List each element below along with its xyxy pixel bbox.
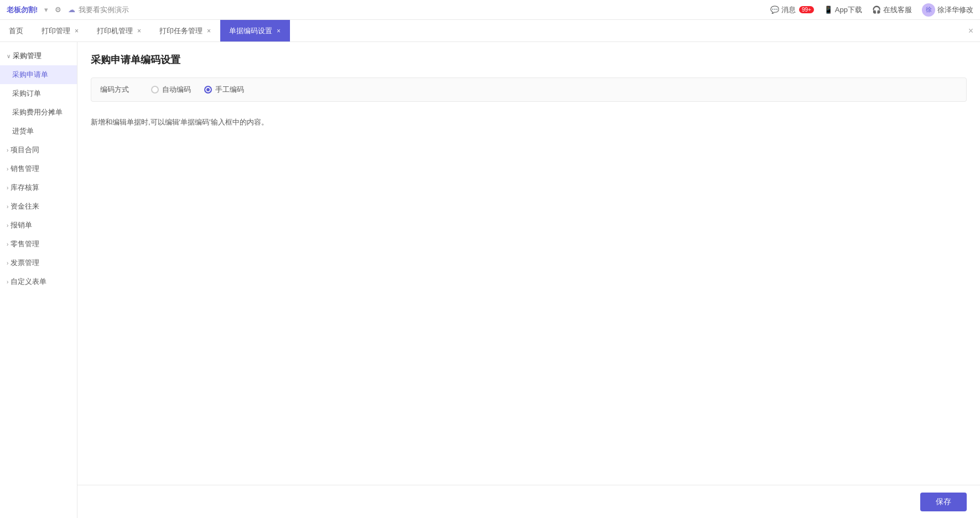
sidebar-item-purchase-request-label: 采购申请单 (12, 70, 48, 79)
tab-bar: 首页 打印管理 × 打印机管理 × 打印任务管理 × 单据编码设置 × × (0, 20, 980, 42)
tab-home-label: 首页 (9, 26, 23, 36)
sidebar-group-retail-label: 零售管理 (11, 239, 39, 249)
radio-auto-code-label: 自动编码 (162, 85, 191, 95)
page-title: 采购申请单编码设置 (91, 53, 967, 66)
top-bar-right: 💬 消息 99+ 📱 App下载 🎧 在线客服 徐 徐泽华修改 (770, 3, 973, 17)
search-text: 我要看实例演示 (79, 5, 129, 15)
tab-home[interactable]: 首页 (0, 20, 33, 42)
tab-printer-management-label: 打印机管理 (97, 26, 133, 36)
radio-group: 自动编码 手工编码 (151, 85, 244, 95)
online-support-label: 在线客服 (883, 5, 912, 15)
tab-print-task-label: 打印任务管理 (159, 26, 203, 36)
message-label: 消息 (781, 5, 796, 15)
settings-icon[interactable]: ⚙ (55, 6, 61, 14)
avatar: 徐 (922, 3, 935, 17)
sidebar-item-stock-in-label: 进货单 (12, 127, 34, 135)
sidebar-group-invoice[interactable]: › 发票管理 (0, 253, 77, 272)
radio-manual-code-label: 手工编码 (215, 85, 244, 95)
message-badge: 99+ (799, 6, 814, 13)
app-download-button[interactable]: 📱 App下载 (824, 5, 862, 15)
sidebar-group-sales-label: 销售管理 (11, 164, 39, 174)
message-button[interactable]: 💬 消息 99+ (770, 5, 814, 15)
sidebar-item-purchase-request[interactable]: 采购申请单 (0, 65, 77, 84)
tab-print-task-close[interactable]: × (207, 27, 211, 35)
chevron-right-icon: › (7, 147, 8, 153)
message-icon: 💬 (770, 6, 779, 14)
support-icon: 🎧 (872, 6, 881, 14)
content-footer: 保存 (77, 485, 980, 518)
sidebar-group-expense-report[interactable]: › 报销单 (0, 216, 77, 235)
chevron-right-icon: › (7, 241, 8, 247)
sidebar-item-stock-in[interactable]: 进货单 (0, 122, 77, 141)
sidebar-item-purchase-expense[interactable]: 采购费用分摊单 (0, 103, 77, 122)
sidebar-group-expense-label: 报销单 (11, 220, 32, 230)
search-bar[interactable]: ☁ 我要看实例演示 (68, 5, 129, 15)
user-profile-button[interactable]: 徐 徐泽华修改 (922, 3, 973, 17)
chevron-right-icon: › (7, 260, 8, 266)
app-icon: 📱 (824, 6, 833, 14)
sidebar-group-inventory[interactable]: › 库存核算 (0, 178, 77, 197)
sidebar-item-purchase-order[interactable]: 采购订单 (0, 84, 77, 103)
app-download-label: App下载 (835, 5, 862, 15)
sidebar-group-custom-forms-label: 自定义表单 (11, 277, 46, 287)
radio-auto-code-circle (151, 86, 159, 94)
sidebar-group-capital[interactable]: › 资金往来 (0, 197, 77, 216)
sidebar: ∨ 采购管理 采购申请单 采购订单 采购费用分摊单 进货单 › 项目合同 › 销… (0, 42, 77, 518)
sidebar-group-project-label: 项目合同 (11, 145, 39, 155)
radio-auto-code[interactable]: 自动编码 (151, 85, 191, 95)
sidebar-group-purchase-management[interactable]: ∨ 采购管理 (0, 46, 77, 65)
content-body: 采购申请单编码设置 编码方式 自动编码 手工编码 新增和编辑单据时,可以编辑'单… (77, 42, 980, 485)
online-support-button[interactable]: 🎧 在线客服 (872, 5, 912, 15)
sidebar-group-purchase-label: 采购管理 (13, 51, 42, 61)
top-bar: 老板勿割! ▾ ⚙ ☁ 我要看实例演示 💬 消息 99+ 📱 App下载 🎧 在… (0, 0, 980, 20)
sidebar-group-retail[interactable]: › 零售管理 (0, 235, 77, 253)
content-area: 采购申请单编码设置 编码方式 自动编码 手工编码 新增和编辑单据时,可以编辑'单… (77, 42, 980, 518)
chevron-down-icon[interactable]: ▾ (44, 6, 48, 14)
sidebar-group-invoice-label: 发票管理 (11, 258, 39, 268)
brand-label: 老板勿割! (7, 5, 38, 15)
code-setting-label: 编码方式 (100, 85, 133, 95)
info-text: 新增和编辑单据时,可以编辑'单据编码'输入框中的内容。 (91, 111, 967, 134)
sidebar-item-purchase-order-label: 采购订单 (12, 89, 41, 97)
sidebar-group-custom-forms[interactable]: › 自定义表单 (0, 272, 77, 291)
sidebar-group-inventory-label: 库存核算 (11, 183, 39, 193)
chevron-right-icon: › (7, 166, 8, 172)
user-name-label: 徐泽华修改 (937, 5, 973, 15)
sidebar-item-purchase-expense-label: 采购费用分摊单 (12, 108, 63, 116)
cloud-icon: ☁ (68, 6, 75, 14)
tab-bar-close-button[interactable]: × (962, 20, 980, 42)
code-setting-row: 编码方式 自动编码 手工编码 (91, 77, 967, 102)
tab-code-setting-label: 单据编码设置 (229, 26, 272, 36)
tab-printer-management-close[interactable]: × (137, 27, 141, 35)
tab-print-management-label: 打印管理 (42, 26, 70, 36)
tab-print-management[interactable]: 打印管理 × (33, 20, 88, 42)
chevron-right-icon: › (7, 279, 8, 285)
chevron-right-icon: › (7, 185, 8, 191)
radio-manual-code[interactable]: 手工编码 (204, 85, 244, 95)
top-bar-left: 老板勿割! ▾ ⚙ ☁ 我要看实例演示 (7, 5, 129, 15)
chevron-right-icon: › (7, 204, 8, 210)
main-layout: ∨ 采购管理 采购申请单 采购订单 采购费用分摊单 进货单 › 项目合同 › 销… (0, 42, 980, 518)
save-button[interactable]: 保存 (920, 493, 967, 511)
chevron-right-icon: › (7, 222, 8, 229)
tab-code-setting-close[interactable]: × (277, 27, 281, 35)
tab-code-setting[interactable]: 单据编码设置 × (220, 20, 290, 42)
sidebar-group-capital-label: 资金往来 (11, 201, 39, 211)
tab-printer-management[interactable]: 打印机管理 × (88, 20, 151, 42)
sidebar-group-sales-management[interactable]: › 销售管理 (0, 159, 77, 178)
radio-manual-code-circle (204, 86, 212, 94)
tab-print-management-close[interactable]: × (75, 27, 79, 35)
chevron-down-icon: ∨ (7, 53, 11, 59)
tab-print-task-management[interactable]: 打印任务管理 × (151, 20, 220, 42)
sidebar-group-project-contract[interactable]: › 项目合同 (0, 141, 77, 159)
